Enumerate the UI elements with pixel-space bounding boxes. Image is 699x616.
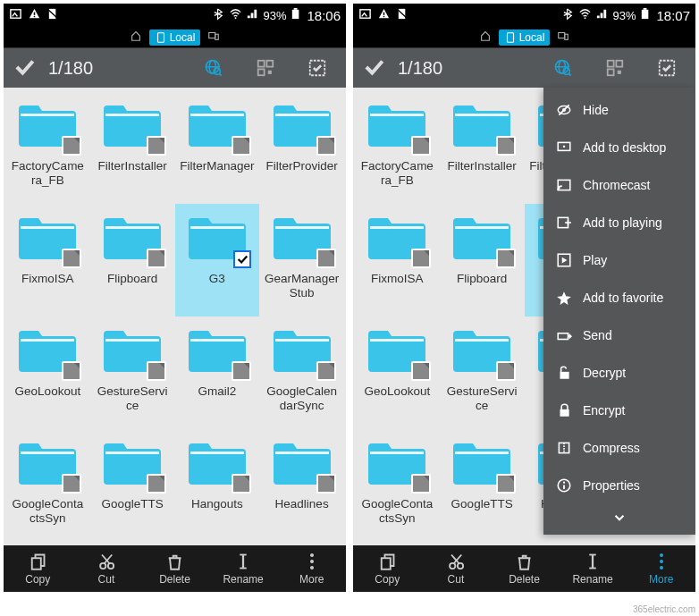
sdcard-icon bbox=[316, 136, 336, 156]
search-web-icon[interactable] bbox=[194, 58, 233, 78]
select-all-icon[interactable] bbox=[298, 58, 337, 78]
sdcard-icon bbox=[232, 136, 251, 156]
delete-button[interactable]: Delete bbox=[140, 545, 209, 592]
battery-icon bbox=[639, 7, 653, 23]
folder-icon bbox=[185, 213, 249, 265]
folder-label: Gmail2 bbox=[195, 384, 239, 399]
rename-button[interactable]: Rename bbox=[209, 545, 278, 592]
folder-item[interactable]: GoogleContactsSyn bbox=[5, 429, 90, 542]
folder-item[interactable]: Flipboard bbox=[90, 204, 175, 316]
confirm-icon[interactable] bbox=[13, 55, 36, 81]
image-icon bbox=[9, 7, 22, 23]
devices-icon[interactable] bbox=[557, 30, 569, 45]
folder-label: GoogleContactsSyn bbox=[7, 497, 88, 525]
menu-chromecast[interactable]: Chromecast bbox=[543, 166, 695, 204]
folder-icon bbox=[450, 325, 514, 377]
folder-icon bbox=[15, 325, 80, 377]
folder-item[interactable]: GestureService bbox=[440, 316, 525, 429]
more-button[interactable]: More bbox=[627, 545, 695, 592]
select-all-icon[interactable] bbox=[647, 58, 686, 78]
local-chip[interactable]: Local bbox=[149, 30, 201, 46]
folder-item[interactable]: FilterInstaller bbox=[90, 91, 175, 204]
folder-item[interactable]: FilterManager bbox=[175, 91, 260, 204]
cut-button[interactable]: Cut bbox=[422, 545, 491, 592]
menu-compress[interactable]: Compress bbox=[543, 429, 695, 467]
sdcard-icon bbox=[496, 361, 516, 381]
home-icon[interactable] bbox=[130, 30, 142, 45]
confirm-icon[interactable] bbox=[362, 55, 385, 81]
menu-decrypt[interactable]: Decrypt bbox=[543, 354, 695, 392]
clock: 18:07 bbox=[656, 8, 690, 23]
folder-item[interactable]: FactoryCamera_FB bbox=[355, 91, 440, 204]
copy-button[interactable]: Copy bbox=[353, 545, 422, 592]
sdcard-icon bbox=[411, 136, 431, 156]
folder-label: FilterInstaller bbox=[444, 159, 518, 173]
folder-item[interactable]: GestureService bbox=[90, 316, 175, 429]
copy-button[interactable]: Copy bbox=[4, 545, 72, 592]
folder-label: FactoryCamera_FB bbox=[7, 159, 88, 187]
folder-item[interactable]: GoogleCalendarSync bbox=[259, 316, 344, 429]
devices-icon[interactable] bbox=[207, 30, 220, 45]
home-icon[interactable] bbox=[479, 30, 492, 45]
folder-label: FilterInstaller bbox=[95, 159, 169, 173]
folder-icon bbox=[185, 100, 249, 152]
battery-pct: 93% bbox=[263, 9, 286, 22]
folder-label: G3 bbox=[206, 272, 228, 286]
folder-icon bbox=[365, 100, 429, 152]
menu-more-icon[interactable] bbox=[543, 504, 695, 531]
sdcard-icon bbox=[496, 474, 516, 494]
menu-favorite[interactable]: Add to favorite bbox=[543, 279, 695, 316]
folder-item[interactable]: Gmail2 bbox=[175, 316, 260, 429]
folder-label: Headlines bbox=[273, 497, 332, 511]
folder-item[interactable]: FixmoISA bbox=[5, 204, 90, 316]
folder-item[interactable]: FilterInstaller bbox=[440, 91, 525, 204]
menu-hide[interactable]: Hide bbox=[543, 91, 695, 129]
folder-item[interactable]: GoogleContactsSyn bbox=[355, 429, 440, 542]
folder-item[interactable]: GoogleTTS bbox=[440, 429, 525, 542]
warning-icon bbox=[377, 7, 391, 23]
folder-label: GestureService bbox=[92, 384, 173, 412]
selection-toolbar: 1/180 bbox=[4, 48, 346, 88]
folder-item[interactable]: G3 bbox=[175, 204, 260, 316]
more-button[interactable]: More bbox=[277, 545, 346, 592]
rename-button[interactable]: Rename bbox=[559, 545, 627, 592]
status-bar: 93% 18:06 bbox=[4, 4, 346, 27]
sdcard-icon bbox=[411, 361, 431, 381]
search-web-icon[interactable] bbox=[543, 58, 583, 78]
menu-properties[interactable]: Properties bbox=[543, 467, 695, 504]
folder-item[interactable]: FactoryCamera_FB bbox=[5, 91, 90, 204]
folder-item[interactable]: Hangouts bbox=[175, 429, 260, 542]
menu-play[interactable]: Play bbox=[543, 241, 695, 279]
qr-icon[interactable] bbox=[246, 58, 285, 78]
delete-button[interactable]: Delete bbox=[490, 545, 559, 592]
folder-label: FilterManager bbox=[177, 159, 257, 173]
more-menu: Hide Add to desktop Chromecast Add to pl… bbox=[543, 88, 695, 535]
folder-grid[interactable]: FactoryCamera_FBFilterInstallerFilterMan… bbox=[4, 88, 346, 545]
menu-encrypt[interactable]: Encrypt bbox=[543, 392, 695, 429]
sdcard-icon bbox=[62, 474, 81, 494]
folder-icon bbox=[365, 213, 429, 265]
cut-button[interactable]: Cut bbox=[72, 545, 141, 592]
menu-add-desktop[interactable]: Add to desktop bbox=[543, 129, 695, 166]
menu-add-playing[interactable]: Add to playing bbox=[543, 204, 695, 241]
folder-label: FixmoISA bbox=[19, 272, 77, 286]
local-chip[interactable]: Local bbox=[499, 30, 551, 46]
folder-item[interactable]: GeoLookout bbox=[5, 316, 90, 429]
folder-item[interactable]: Flipboard bbox=[440, 204, 525, 316]
folder-item[interactable]: GoogleTTS bbox=[90, 429, 175, 542]
folder-item[interactable]: FilterProvider bbox=[259, 91, 344, 204]
action-bar: Copy Cut Delete Rename More bbox=[353, 545, 695, 592]
sdcard-icon bbox=[496, 249, 516, 268]
folder-item[interactable]: GearManagerStub bbox=[259, 204, 344, 316]
folder-icon bbox=[270, 213, 334, 265]
sdcard-icon bbox=[147, 136, 166, 156]
folder-item[interactable]: Headlines bbox=[259, 429, 344, 542]
folder-item[interactable]: FixmoISA bbox=[355, 204, 440, 316]
qr-icon[interactable] bbox=[595, 58, 635, 78]
folder-label: GoogleCalendarSync bbox=[261, 384, 342, 412]
sdcard-icon bbox=[147, 474, 166, 494]
folder-item[interactable]: GeoLookout bbox=[355, 316, 440, 429]
menu-send[interactable]: Send bbox=[543, 316, 695, 354]
folder-label: GoogleTTS bbox=[99, 497, 166, 511]
selection-toolbar: 1/180 bbox=[353, 48, 695, 88]
